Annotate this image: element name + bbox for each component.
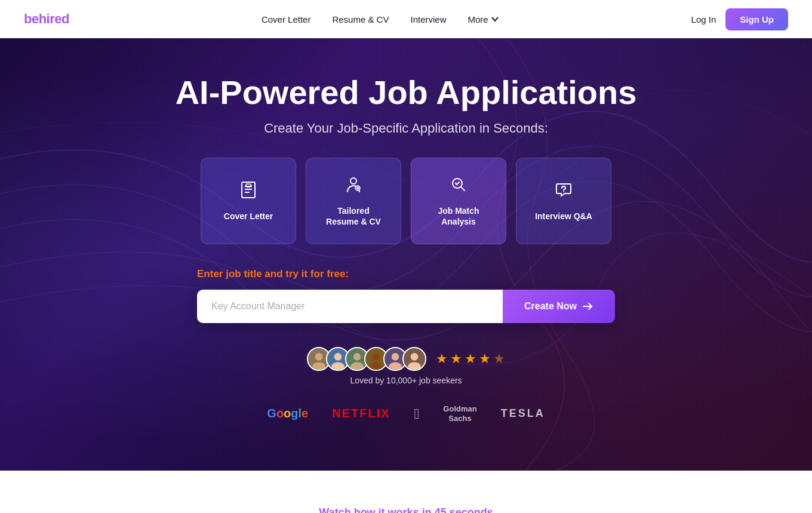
job-title-input[interactable]	[197, 290, 503, 323]
nav-interview[interactable]: Interview	[410, 14, 446, 24]
tesla-logo: TESLA	[501, 407, 545, 420]
apple-logo: 	[414, 406, 420, 422]
below-fold-section: Watch how it works in 45 seconds behired…	[0, 471, 812, 513]
interview-label: Interview Q&A	[535, 211, 592, 222]
svg-point-24	[389, 362, 402, 370]
hero-title: AI-Powered Job Applications	[176, 74, 637, 111]
nav-links: Cover Letter Resume & CV Interview More	[262, 14, 499, 24]
nav-cover-letter[interactable]: Cover Letter	[262, 14, 311, 24]
google-logo: Google	[267, 407, 308, 420]
hero-subtitle: Create Your Job-Specific Application in …	[264, 121, 548, 136]
svg-point-12	[312, 362, 325, 370]
watch-link[interactable]: Watch how it works in 45 seconds	[319, 506, 493, 513]
avatar-group	[307, 347, 426, 371]
nav-resume-cv[interactable]: Resume & CV	[332, 14, 389, 24]
job-match-label: Job Match Analysis	[426, 205, 491, 227]
resume-icon	[344, 175, 363, 198]
create-now-button[interactable]: Create Now	[503, 290, 615, 323]
nav-more[interactable]: More	[468, 14, 499, 24]
signup-button[interactable]: Sign Up	[725, 8, 788, 30]
svg-point-21	[370, 362, 383, 370]
svg-point-17	[353, 353, 361, 361]
logo[interactable]: behired	[24, 11, 69, 27]
navbar: behired Cover Letter Resume & CV Intervi…	[0, 0, 812, 38]
svg-point-5	[350, 178, 356, 184]
job-match-icon	[449, 175, 468, 198]
feature-cards: Cover Letter Tailored Resume & CV	[201, 158, 611, 244]
svg-point-23	[392, 353, 399, 361]
feature-card-resume[interactable]: Tailored Resume & CV	[306, 158, 401, 244]
netflix-logo: NETFLIX	[332, 407, 390, 420]
resume-label: Tailored Resume & CV	[321, 205, 386, 227]
svg-point-18	[350, 362, 364, 370]
loved-text: Loved by 10,000+ job seekers	[350, 376, 462, 385]
cover-letter-label: Cover Letter	[224, 211, 273, 222]
job-input-label: Enter job title and try it for free:	[197, 268, 615, 280]
cover-letter-icon	[239, 180, 258, 204]
svg-point-27	[408, 362, 421, 370]
feature-card-job-match[interactable]: Job Match Analysis	[411, 158, 506, 244]
svg-point-26	[411, 353, 419, 361]
company-logos: Google NETFLIX  GoldmanSachs TESLA	[267, 404, 545, 423]
interview-icon	[554, 180, 573, 204]
social-proof: ★ ★ ★ ★ ★ Loved by 10,000+ job seekers	[307, 347, 505, 385]
svg-point-14	[334, 353, 342, 361]
feature-card-cover-letter[interactable]: Cover Letter	[201, 158, 296, 244]
star-rating: ★ ★ ★ ★ ★	[436, 351, 505, 367]
svg-point-11	[315, 353, 323, 361]
hero-section: AI-Powered Job Applications Create Your …	[0, 38, 812, 471]
avatar-6	[402, 347, 426, 371]
svg-point-15	[331, 362, 345, 370]
svg-rect-4	[246, 184, 251, 187]
goldman-logo: GoldmanSachs	[443, 404, 476, 423]
nav-right: Log In Sign Up	[691, 8, 788, 30]
feature-card-interview[interactable]: Interview Q&A	[516, 158, 611, 244]
svg-point-20	[373, 353, 380, 361]
svg-point-8	[563, 191, 564, 192]
login-button[interactable]: Log In	[691, 14, 716, 24]
job-input-row: Create Now	[197, 290, 615, 323]
